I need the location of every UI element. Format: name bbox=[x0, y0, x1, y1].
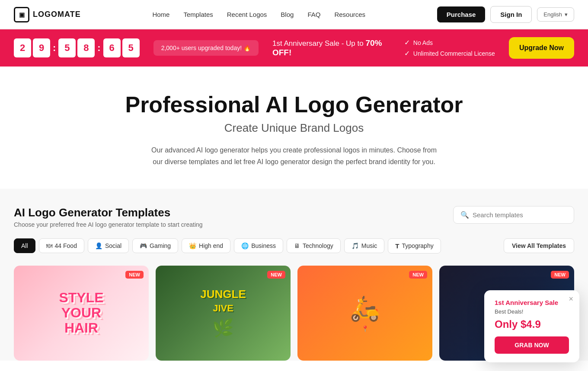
hero-subtitle: Create Unique Brand Logos bbox=[14, 121, 574, 135]
banner-sale-prefix: 1st Anniversary Sale - Up to bbox=[272, 39, 365, 48]
upgrade-button[interactable]: Upgrade Now bbox=[509, 37, 574, 59]
search-input[interactable] bbox=[473, 211, 567, 219]
templates-header: AI Logo Generator Templates Choose your … bbox=[14, 206, 574, 228]
filter-tab-social[interactable]: 👤 Social bbox=[88, 238, 129, 253]
templates-header-left: AI Logo Generator Templates Choose your … bbox=[14, 206, 203, 228]
banner-feature-label-2: Unlimited Commercial License bbox=[413, 50, 495, 57]
signin-button[interactable]: Sign In bbox=[490, 6, 532, 23]
popup-title: 1st Anniversary Sale bbox=[495, 299, 569, 307]
check-icon-2: ✓ bbox=[404, 49, 410, 57]
navbar: ▣ LOGOMATE Home Templates Recent Logos B… bbox=[0, 0, 588, 29]
anniversary-popup: × 1st Anniversary Sale Best Deals! Only … bbox=[484, 290, 579, 361]
filter-music-label: Music bbox=[361, 242, 377, 249]
new-badge-jungle: NEW bbox=[267, 271, 285, 279]
filter-tab-food[interactable]: 🍽 44 Food bbox=[39, 238, 84, 253]
nav-home[interactable]: Home bbox=[152, 11, 169, 18]
nav-faq[interactable]: FAQ bbox=[307, 11, 320, 18]
countdown-sep1: : bbox=[53, 42, 56, 54]
templates-title: AI Logo Generator Templates bbox=[14, 206, 203, 219]
new-badge-hair: NEW bbox=[125, 271, 144, 279]
card-hair-inner: STYLEYOURHAIR bbox=[14, 266, 149, 361]
logo-text: LOGOMATE bbox=[33, 10, 81, 19]
filter-gaming-label: Gaming bbox=[150, 242, 171, 249]
banner-feature-1: ✓ No Ads bbox=[404, 38, 495, 47]
filter-business-label: Business bbox=[251, 242, 276, 249]
grab-now-button[interactable]: GRAB NOW bbox=[495, 336, 569, 354]
popup-close-button[interactable]: × bbox=[569, 295, 573, 304]
template-card-hair[interactable]: STYLEYOURHAIR NEW bbox=[14, 266, 149, 361]
filter-tab-gaming[interactable]: 🎮 Gaming bbox=[132, 238, 178, 253]
social-icon: 👤 bbox=[95, 242, 102, 249]
countdown-m1: 6 bbox=[103, 38, 121, 57]
search-icon: 🔍 bbox=[460, 211, 469, 219]
hero-section: Professional AI Logo Generator Create Un… bbox=[0, 67, 588, 189]
technology-icon: 🖥 bbox=[294, 242, 300, 249]
search-box[interactable]: 🔍 bbox=[453, 206, 574, 224]
nav-resources[interactable]: Resources bbox=[334, 11, 365, 18]
nav-links: Home Templates Recent Logos Blog FAQ Res… bbox=[152, 11, 365, 18]
view-all-templates-button[interactable]: View All Templates bbox=[504, 238, 574, 253]
filter-tab-business[interactable]: 🌐 Business bbox=[234, 238, 283, 253]
template-card-delivery[interactable]: 🛵 📍 NEW bbox=[297, 266, 432, 361]
filter-tabs: All 🍽 44 Food 👤 Social 🎮 Gaming 👑 High e… bbox=[14, 238, 574, 254]
countdown-h1: 5 bbox=[58, 38, 76, 57]
countdown-sep2: : bbox=[97, 42, 100, 54]
sale-banner: 2 9 : 5 8 : 6 5 2,000+ users upgraded to… bbox=[0, 29, 588, 67]
logo-icon: ▣ bbox=[14, 7, 29, 22]
templates-subtitle: Choose your preferred free AI logo gener… bbox=[14, 221, 203, 228]
filter-tab-typography[interactable]: T Typography bbox=[388, 238, 441, 254]
banner-feature-label-1: No Ads bbox=[413, 39, 433, 46]
nav-templates[interactable]: Templates bbox=[183, 11, 213, 18]
typography-icon: T bbox=[395, 242, 399, 250]
card-jungle-inner: JUNGLEJIVE 🌿 bbox=[156, 266, 291, 361]
check-icon-1: ✓ bbox=[404, 38, 410, 47]
banner-sale-text: 1st Anniversary Sale - Up to 70% OFF! bbox=[272, 38, 390, 57]
high-end-icon: 👑 bbox=[189, 242, 196, 249]
gaming-icon: 🎮 bbox=[140, 242, 147, 249]
filter-tab-high-end[interactable]: 👑 High end bbox=[182, 238, 230, 253]
filter-social-label: Social bbox=[105, 242, 121, 249]
filter-tab-technology[interactable]: 🖥 Technology bbox=[287, 238, 341, 253]
hero-title: Professional AI Logo Generator bbox=[14, 92, 574, 117]
filter-tab-music[interactable]: 🎵 Music bbox=[344, 238, 385, 253]
filter-typography-label: Typography bbox=[402, 242, 434, 249]
navbar-right: Purchase Sign In English ▾ bbox=[437, 6, 574, 23]
new-badge-dark: NEW bbox=[551, 271, 569, 279]
banner-features: ✓ No Ads ✓ Unlimited Commercial License bbox=[404, 38, 495, 57]
new-badge-delivery: NEW bbox=[409, 271, 427, 279]
card-delivery-inner: 🛵 📍 bbox=[297, 266, 432, 361]
countdown: 2 9 : 5 8 : 6 5 bbox=[14, 38, 140, 57]
business-icon: 🌐 bbox=[241, 242, 249, 249]
chevron-down-icon: ▾ bbox=[565, 11, 568, 18]
logo[interactable]: ▣ LOGOMATE bbox=[14, 7, 81, 22]
music-icon: 🎵 bbox=[352, 242, 359, 249]
countdown-m2: 5 bbox=[122, 38, 140, 57]
countdown-d1: 2 bbox=[14, 38, 31, 57]
filter-high-end-label: High end bbox=[199, 242, 223, 249]
filter-food-label: 44 Food bbox=[55, 242, 77, 249]
purchase-button[interactable]: Purchase bbox=[437, 6, 486, 22]
nav-blog[interactable]: Blog bbox=[281, 11, 294, 18]
template-card-jungle[interactable]: JUNGLEJIVE 🌿 NEW bbox=[156, 266, 291, 361]
filter-tab-all[interactable]: All bbox=[14, 238, 35, 253]
banner-users-text: 2,000+ users upgraded today! 🔥 bbox=[153, 40, 259, 56]
language-selector[interactable]: English ▾ bbox=[537, 7, 574, 22]
popup-subtitle: Best Deals! bbox=[495, 308, 569, 315]
popup-price: Only $4.9 bbox=[495, 318, 569, 330]
language-label: English bbox=[543, 11, 562, 18]
hero-description: Our advanced AI logo generator helps you… bbox=[147, 144, 441, 168]
food-icon: 🍽 bbox=[46, 242, 52, 249]
nav-recent-logos[interactable]: Recent Logos bbox=[227, 11, 267, 18]
countdown-d2: 9 bbox=[33, 38, 50, 57]
banner-feature-2: ✓ Unlimited Commercial License bbox=[404, 49, 495, 57]
filter-technology-label: Technology bbox=[303, 242, 333, 249]
countdown-h2: 8 bbox=[77, 38, 95, 57]
